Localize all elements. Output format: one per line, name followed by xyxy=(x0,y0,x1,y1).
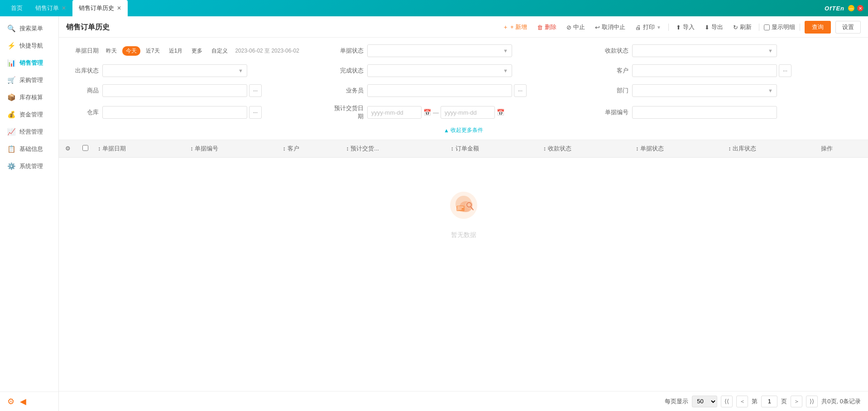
completion-status-select[interactable]: ▼ xyxy=(367,64,512,77)
th-customer[interactable]: ↕ 客户 xyxy=(278,140,342,157)
salesperson-label: 业务员 xyxy=(331,87,367,95)
add-label: + 新增 xyxy=(510,23,527,31)
sidebar-item-master-data[interactable]: 📋 基础信息 xyxy=(0,140,58,158)
sidebar-item-inventory[interactable]: 📦 库存核算 xyxy=(0,89,58,106)
date-range-display: 2023-06-02 至 2023-06-02 xyxy=(235,47,299,55)
th-expected-delivery-label: ↕ 预计交货... xyxy=(346,145,379,152)
collapse-button[interactable]: ▲ 收起更多条件 xyxy=(66,125,861,135)
date-tab-custom[interactable]: 自定义 xyxy=(208,46,231,56)
close-window-button[interactable]: ✕ xyxy=(857,5,863,11)
page-input[interactable] xyxy=(761,396,777,407)
tab-sales-order-history[interactable]: 销售订单历史 ✕ xyxy=(72,0,128,16)
prev-page-button[interactable]: ＜ xyxy=(736,396,748,407)
svg-rect-7 xyxy=(457,207,464,208)
refresh-icon: ↻ xyxy=(733,24,738,31)
tab-sales-order-history-close[interactable]: ✕ xyxy=(117,5,121,11)
settings-button[interactable]: 设置 xyxy=(835,21,861,34)
print-button[interactable]: 🖨 打印 ▼ xyxy=(633,22,664,33)
toolbar: ＋ + 新增 🗑 删除 ⊘ 中止 ↩ 取消中止 🖨 打印 xyxy=(500,21,861,34)
cancel-stop-button[interactable]: ↩ 取消中止 xyxy=(592,22,628,33)
export-label: 导出 xyxy=(711,23,723,31)
warehouse-ellipsis-button[interactable]: ··· xyxy=(249,106,262,119)
sidebar-item-purchase[interactable]: 🛒 采购管理 xyxy=(0,72,58,89)
export-button[interactable]: ⬇ 导出 xyxy=(702,22,726,33)
sidebar-item-operations-label: 经营管理 xyxy=(19,128,43,136)
product-ellipsis-button[interactable]: ··· xyxy=(249,84,262,97)
product-input[interactable] xyxy=(102,84,247,97)
th-number-label: ↕ 单据编号 xyxy=(190,145,218,152)
add-button[interactable]: ＋ + 新增 xyxy=(500,22,530,33)
th-date-label: ↕ 单据日期 xyxy=(98,145,126,152)
calendar-start-icon[interactable]: 📅 xyxy=(423,109,431,116)
filter-cell-completion-status: 完成状态 ▼ xyxy=(331,62,596,79)
sidebar-item-system[interactable]: ⚙️ 系统管理 xyxy=(0,158,58,175)
sidebar-item-search-menu-label: 搜索菜单 xyxy=(19,24,43,33)
th-delivery-status[interactable]: ↕ 出库状态 xyxy=(724,140,816,157)
show-detail-checkbox[interactable] xyxy=(764,24,770,30)
filter-cell-product: 商品 ··· xyxy=(66,82,331,99)
customer-ellipsis-button[interactable]: ··· xyxy=(779,64,791,77)
show-detail-checkbox-label[interactable]: 显示明细 xyxy=(764,23,795,31)
first-page-button[interactable]: ⟨⟨ xyxy=(721,396,733,407)
date-tab-1month[interactable]: 近1月 xyxy=(165,46,187,56)
th-action: 操作 xyxy=(816,140,868,157)
date-tab-7days[interactable]: 近7天 xyxy=(142,46,163,56)
th-settings[interactable]: ⚙ xyxy=(59,140,77,157)
calendar-end-icon[interactable]: 📅 xyxy=(497,109,504,116)
date-tab-yesterday[interactable]: 昨天 xyxy=(102,46,120,56)
department-select[interactable]: ▼ xyxy=(632,84,777,97)
page-size-select[interactable]: 50 20 100 xyxy=(692,396,717,407)
salesperson-ellipsis-button[interactable]: ··· xyxy=(514,84,527,97)
sidebar-item-search-menu[interactable]: 🔍 搜索菜单 xyxy=(0,20,58,37)
sidebar-settings-icon[interactable]: ⚙ xyxy=(7,396,14,406)
sidebar-item-system-label: 系统管理 xyxy=(19,162,43,170)
th-expected-delivery[interactable]: ↕ 预计交货... xyxy=(341,140,446,157)
minimize-button[interactable]: — xyxy=(848,5,854,11)
sidebar-item-sales[interactable]: 📊 销售管理 xyxy=(0,54,58,72)
th-date[interactable]: ↕ 单据日期 xyxy=(93,140,186,157)
tab-sales-order-close[interactable]: ✕ xyxy=(62,5,66,11)
tab-sales-order[interactable]: 销售订单 ✕ xyxy=(29,0,72,16)
payment-status-select[interactable]: ▼ xyxy=(632,44,777,57)
warehouse-input[interactable] xyxy=(102,106,247,119)
sidebar-item-quick-nav-label: 快捷导航 xyxy=(19,42,43,50)
expected-delivery-end[interactable] xyxy=(441,106,495,119)
salesperson-input[interactable] xyxy=(367,84,512,97)
sidebar-bottom: ⚙ ◀ xyxy=(0,392,58,411)
th-customer-label: ↕ 客户 xyxy=(283,145,299,152)
next-page-button[interactable]: ＞ xyxy=(791,396,802,407)
th-number[interactable]: ↕ 单据编号 xyxy=(186,140,278,157)
top-bar: 首页 销售订单 ✕ 销售订单历史 ✕ OfTEn — ✕ xyxy=(0,0,868,16)
th-payment-status[interactable]: ↕ 收款状态 xyxy=(539,140,631,157)
order-status-select[interactable]: ▼ xyxy=(367,44,512,57)
stop-button[interactable]: ⊘ 中止 xyxy=(564,22,588,33)
expected-delivery-start[interactable] xyxy=(367,106,422,119)
th-order-status[interactable]: ↕ 单据状态 xyxy=(631,140,724,157)
date-tab-more[interactable]: 更多 xyxy=(188,46,206,56)
date-tab-today[interactable]: 今天 xyxy=(122,46,140,56)
search-menu-icon: 🔍 xyxy=(7,24,16,33)
delivery-status-select[interactable]: ▼ xyxy=(102,64,247,77)
query-button[interactable]: 查询 xyxy=(805,21,831,34)
import-button[interactable]: ⬆ 导入 xyxy=(673,22,697,33)
select-all-checkbox[interactable] xyxy=(82,145,88,151)
order-number-input[interactable] xyxy=(632,106,777,119)
sidebar-collapse-icon[interactable]: ◀ xyxy=(20,396,26,406)
inventory-icon: 📦 xyxy=(7,93,16,102)
sidebar-item-operations[interactable]: 📈 经营管理 xyxy=(0,123,58,140)
sidebar-item-finance[interactable]: 💰 资金管理 xyxy=(0,106,58,123)
page-label-prefix: 第 xyxy=(752,397,758,406)
refresh-button[interactable]: ↻ 刷新 xyxy=(730,22,754,33)
sidebar-item-purchase-label: 采购管理 xyxy=(19,76,43,84)
th-checkbox[interactable] xyxy=(77,140,93,157)
last-page-button[interactable]: ⟩⟩ xyxy=(806,396,818,407)
table-container: ⚙ ↕ 单据日期 ↕ 单据编号 ↕ 客户 xyxy=(59,140,868,391)
sidebar-item-quick-nav[interactable]: ⚡ 快捷导航 xyxy=(0,37,58,54)
customer-input[interactable] xyxy=(632,64,777,77)
th-delivery-status-label: ↕ 出库状态 xyxy=(728,145,756,152)
tab-home[interactable]: 首页 xyxy=(5,0,29,16)
page-header: 销售订单历史 ＋ + 新增 🗑 删除 ⊘ 中止 ↩ 取消中止 xyxy=(59,16,868,38)
delete-button[interactable]: 🗑 删除 xyxy=(534,22,559,33)
tab-sales-order-label: 销售订单 xyxy=(35,4,59,12)
th-amount[interactable]: ↕ 订单金额 xyxy=(446,140,538,157)
